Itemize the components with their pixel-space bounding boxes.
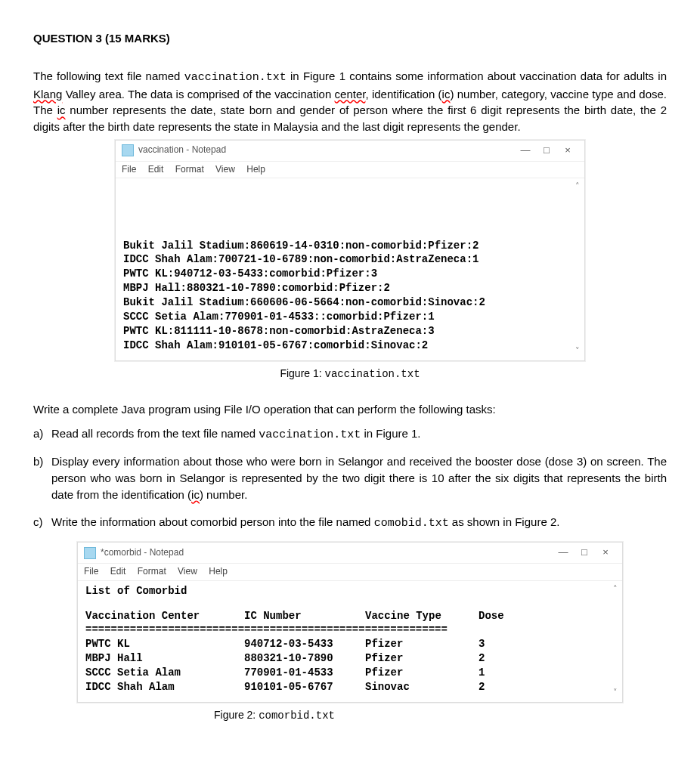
text: Display every information about those wh… (51, 455, 667, 501)
separator-row: ========================================… (85, 623, 512, 637)
text: ) number. (200, 488, 247, 501)
task-label: a) (33, 425, 51, 444)
minimize-button[interactable]: — (553, 546, 574, 560)
table-header-row: Vaccination Center IC Number Vaccine Typ… (85, 609, 512, 623)
cell: Pfizer (365, 651, 479, 666)
task-b: b) Display every information about those… (33, 453, 667, 502)
cell: MBPJ Hall (85, 651, 244, 666)
task-c: c) Write the information about comorbid … (33, 514, 667, 532)
cell: 2 (479, 651, 492, 666)
figure2-caption: Figure 2: comorbid.txt (0, 707, 667, 723)
cell: 770901-01-4533 (244, 666, 365, 680)
header-line: List of Comorbid (85, 584, 615, 598)
text: Write the information about comorbid per… (51, 515, 374, 528)
question-heading: QUESTION 3 (15 MARKS) (33, 30, 667, 47)
notepad-icon (84, 547, 96, 559)
task-label: c) (33, 514, 51, 532)
maximize-button[interactable]: □ (574, 546, 595, 560)
scroll-up-icon[interactable]: ˄ (613, 584, 618, 595)
menu-format[interactable]: Format (175, 164, 204, 175)
window-title: *comorbid - Notepad (101, 546, 184, 559)
cell: 1 (479, 666, 492, 680)
menu-edit[interactable]: Edit (110, 566, 126, 577)
text: in Figure 1. (361, 427, 420, 440)
col-dose: Dose (479, 609, 512, 623)
instruction-paragraph: Write a complete Java program using File… (33, 401, 667, 418)
task-label: b) (33, 453, 51, 502)
filename: comobid.txt (374, 517, 449, 530)
text: Read all records from the text file name… (51, 427, 259, 440)
menu-file[interactable]: File (122, 164, 136, 175)
notepad-menubar: File Edit Format View Help (78, 564, 622, 580)
text: number represents the date, state born a… (33, 104, 667, 133)
wavy-word: ic (442, 88, 451, 100)
menu-file[interactable]: File (84, 566, 98, 577)
cell: 2 (479, 680, 492, 694)
text: as shown in Figure 2. (449, 515, 560, 528)
maximize-button[interactable]: □ (536, 144, 557, 158)
figure1-caption: Figure 1: vaccination.txt (33, 366, 667, 382)
table-row: MBPJ Hall880321-10-7890Pfizer2 (85, 651, 492, 666)
comorbid-data: PWTC KL940712-03-5433Pfizer3MBPJ Hall880… (85, 637, 492, 694)
cell: Pfizer (365, 666, 479, 680)
notepad-window-comorbid: *comorbid - Notepad — □ × File Edit Form… (77, 542, 623, 702)
col-center: Vaccination Center (85, 609, 244, 623)
wavy-word: ic (57, 104, 66, 116)
text: Figure 2: (214, 709, 259, 721)
scroll-down-icon[interactable]: ˅ (575, 346, 580, 357)
menu-view[interactable]: View (178, 566, 197, 577)
table-row: SCCC Setia Alam770901-01-4533Pfizer1 (85, 666, 492, 680)
cell: 940712-03-5433 (244, 637, 365, 651)
text: The following text file named (33, 70, 184, 82)
text: Figure 1: (280, 367, 324, 379)
menu-edit[interactable]: Edit (148, 164, 164, 175)
text: in Figure 1 contains some information ab… (287, 70, 667, 82)
notepad-icon (122, 144, 134, 156)
menu-format[interactable]: Format (138, 566, 166, 577)
notepad-menubar: File Edit Format View Help (116, 162, 584, 178)
cell: PWTC KL (85, 637, 244, 651)
cell: 880321-10-7890 (244, 651, 365, 666)
table-row: PWTC KL940712-03-5433Pfizer3 (85, 637, 492, 651)
separator: ========================================… (85, 623, 512, 637)
close-button[interactable]: × (595, 546, 616, 560)
wavy-word: Klang (33, 88, 62, 100)
cell: 910101-05-6767 (244, 680, 365, 694)
notepad-content[interactable]: ˄ ˅ List of Comorbid Vaccination Center … (78, 581, 622, 702)
close-button[interactable]: × (557, 144, 578, 158)
cell: SCCC Setia Alam (85, 666, 244, 680)
text: Valley area. The data is comprised of th… (62, 88, 334, 100)
intro-paragraph: The following text file named vaccinatio… (33, 68, 667, 135)
task-a: a) Read all records from the text file n… (33, 425, 667, 444)
notepad-titlebar: *comorbid - Notepad — □ × (78, 543, 622, 564)
filename: vaccination.txt (184, 71, 287, 84)
text: , identification ( (365, 88, 441, 100)
menu-help[interactable]: Help (246, 164, 265, 175)
wavy-word: center (335, 88, 366, 100)
window-title: vaccination - Notepad (138, 144, 226, 156)
cell: IDCC Shah Alam (85, 680, 244, 694)
notepad-content[interactable]: ˄ ˅ Bukit Jalil Stadium:860619-14-0310:n… (116, 178, 584, 360)
menu-help[interactable]: Help (209, 566, 228, 577)
col-type: Vaccine Type (365, 609, 479, 623)
table-row: IDCC Shah Alam910101-05-6767Sinovac2 (85, 680, 492, 694)
menu-view[interactable]: View (215, 164, 235, 175)
scroll-up-icon[interactable]: ˄ (575, 181, 580, 193)
cell: Sinovac (365, 680, 479, 694)
cell: 3 (479, 637, 492, 651)
col-ic: IC Number (244, 609, 365, 623)
filename: vaccination.txt (325, 368, 420, 380)
comorbid-table: Vaccination Center IC Number Vaccine Typ… (85, 609, 512, 638)
filename: vaccination.txt (259, 428, 361, 441)
minimize-button[interactable]: — (515, 144, 536, 158)
notepad-window-vaccination: vaccination - Notepad — □ × File Edit Fo… (115, 140, 585, 361)
cell: Pfizer (365, 637, 479, 651)
file-content: Bukit Jalil Stadium:860619-14-0310:non-c… (123, 239, 577, 353)
scroll-down-icon[interactable]: ˅ (613, 688, 618, 699)
notepad-titlebar: vaccination - Notepad — □ × (116, 141, 584, 162)
wavy-word: ic (191, 488, 200, 501)
filename: comorbid.txt (259, 710, 335, 722)
